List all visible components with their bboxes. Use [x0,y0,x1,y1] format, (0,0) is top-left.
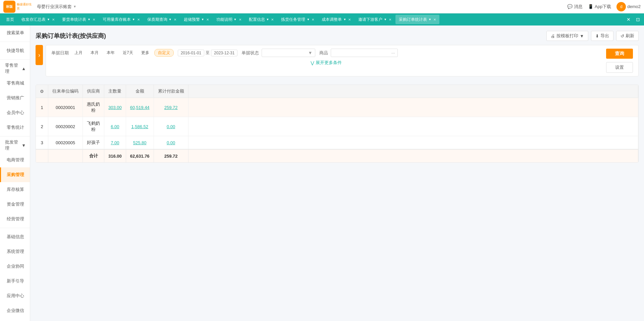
sidebar-item-wholesale[interactable]: 批发管理 ▼ [0,138,30,153]
user-profile[interactable]: d demo2 [616,2,641,11]
sidebar-item-app-center[interactable]: 应用中心 [0,288,30,303]
table-row: 2 00020002 飞鹤奶粉 6.00 1,586.52 0.00 [36,117,638,136]
close-all-tabs-button[interactable]: ✕ [625,16,632,23]
tab-overstock-warning[interactable]: 超储预警 ▼ ✕ [180,15,212,24]
refresh-button[interactable]: ↺ 刷新 [616,31,639,41]
tab-invite-downstream[interactable]: 邀请下游客户 ▼ ✕ [355,15,395,24]
tab-close-icon[interactable]: ✕ [239,18,241,21]
tab-label: 收发存汇总表 [21,17,46,22]
sidebar-item-enterprise[interactable]: 企业协同 [0,259,30,274]
message-button[interactable]: 💬 消息 [567,4,583,10]
refresh-label: 刷新 [626,33,634,39]
maximize-button[interactable]: ⊡ [635,16,641,23]
sidebar-item-enterprise-wechat[interactable]: 企业微信 [0,303,30,318]
col-code: 往来单位编码 [48,85,83,98]
sidebar-item-retail-stats[interactable]: 零售统计 [0,120,30,135]
tab-close-icon[interactable]: ✕ [433,18,436,21]
tab-home-label: 首页 [6,17,14,22]
footer-paid: 259.72 [154,149,188,162]
row-amount[interactable]: 525.80 [126,136,154,150]
row-paid[interactable]: 0.00 [154,117,188,136]
tab-close-icon[interactable]: ✕ [137,18,140,21]
collapse-panel-button[interactable]: › [36,45,43,65]
sidebar-item-retail-mall[interactable]: 零售商城 [0,76,30,91]
sidebar-item-basic-info[interactable]: 基础信息 [0,229,30,244]
row-no: 1 [36,98,48,117]
tab-purchase-summary[interactable]: 采购订单统计表 ▼ ✕ [395,15,439,24]
content-area: 采购订单统计表(按供应商) 🖨 按模板打印 ▼ ⬇ 导出 ↺ 刷新 [30,25,644,321]
expand-more-button[interactable]: ⋁ 展开更多条件 [51,60,601,66]
row-quantity[interactable]: 303.00 [104,98,126,117]
tab-close-icon[interactable]: ✕ [389,18,391,21]
logo-area: 标版 畅捷通好生意 [3,1,34,13]
tab-function-desc[interactable]: 功能说明 ▼ ✕ [213,15,245,24]
shortcut-this-month[interactable]: 本月 [88,49,102,57]
tab-pick-task[interactable]: 拣货任务管理 ▼ ✕ [278,15,318,24]
tab-close-icon[interactable]: ✕ [271,18,274,21]
date-filter-group: 单据日期 上月 本月 本年 近7天 更多 自定义 [51,49,174,57]
tab-receive-summary[interactable]: 收发存汇总表 ▼ ✕ [18,15,58,24]
tab-close-icon[interactable]: ✕ [348,18,351,21]
app-download-button[interactable]: 📱 App下载 [588,4,611,10]
tab-label: 采购订单统计表 [399,17,427,22]
shortcut-7days[interactable]: 近7天 [120,49,136,57]
sidebar-item-new-guide[interactable]: 新手引导 [0,274,30,288]
sidebar-item-system[interactable]: 系统管理 [0,244,30,259]
sidebar-item-inventory[interactable]: 库存核算 [0,182,30,197]
row-no: 2 [36,117,48,136]
shortcut-more[interactable]: 更多 [138,49,152,57]
sidebar-item-retail[interactable]: 零售管理 ▲ [0,61,30,76]
row-paid[interactable]: 0.00 [154,136,188,150]
row-supplier: 惠氏奶粉 [83,98,104,117]
sidebar-divider [0,136,30,137]
sidebar-item-purchase[interactable]: 采购管理 [0,167,30,182]
expand-icon: ⋁ [311,60,314,65]
sidebar-item-marketing[interactable]: 营销推广 [0,91,30,105]
row-code: 00020002 [48,117,83,136]
row-quantity[interactable]: 7.00 [104,136,126,150]
sidebar-item-label: 库存核算 [7,186,24,193]
row-paid[interactable]: 259.72 [154,98,188,117]
shortcut-this-year[interactable]: 本年 [104,49,118,57]
sidebar-item-operations[interactable]: 经营管理 [0,212,30,226]
shortcut-custom[interactable]: 自定义 [154,49,174,57]
settings-button[interactable]: 设置 [606,62,633,73]
main-layout: 搜索菜单 快捷导航 零售管理 ▲ 零售商城 营销推广 会员中心 零售统计 批发管… [0,25,644,321]
tab-close-icon[interactable]: ✕ [312,18,314,21]
page-actions: 🖨 按模板打印 ▼ ⬇ 导出 ↺ 刷新 [546,31,639,41]
tab-label: 配置信息 [249,17,265,22]
message-label: 消息 [574,4,583,10]
template-print-button[interactable]: 🖨 按模板打印 ▼ [546,31,588,41]
sidebar-item-member[interactable]: 会员中心 [0,105,30,120]
tab-available-stock[interactable]: 可用量库存账本 ▼ ✕ [99,15,143,24]
tab-close-icon[interactable]: ✕ [93,18,95,21]
tab-cost-adjust[interactable]: 成本调整单 ▼ ✕ [318,15,354,24]
tab-order-summary[interactable]: 要货单统计表 ▼ ✕ [59,15,99,24]
tab-home[interactable]: 首页 [3,15,17,24]
query-button[interactable]: 查询 [606,49,633,59]
tab-expiry-query[interactable]: 保质期查询 ▼ ✕ [144,15,180,24]
goods-input[interactable]: ··· [331,49,398,57]
row-amount[interactable]: 60,519.44 [126,98,154,117]
sidebar-item-search[interactable]: 搜索菜单 [0,25,30,40]
shortcut-last-month[interactable]: 上月 [71,49,86,57]
footer-no [36,149,48,162]
sidebar-item-ecommerce[interactable]: 电商管理 [0,153,30,167]
tab-close-icon[interactable]: ✕ [174,18,176,21]
page-title: 采购订单统计表(按供应商) [36,32,106,40]
sidebar-item-vip[interactable]: 畅会员 [0,318,30,321]
tab-close-icon[interactable]: ✕ [52,18,55,21]
filter-right: 查询 设置 [606,49,633,73]
tab-config-info[interactable]: 配置信息 ▼ ✕ [246,15,277,24]
tab-close-icon[interactable]: ✕ [206,18,209,21]
sidebar-item-finance[interactable]: 资金管理 [0,197,30,212]
export-button[interactable]: ⬇ 导出 [591,31,613,41]
row-quantity[interactable]: 6.00 [104,117,126,136]
row-amount[interactable]: 1,586.52 [126,117,154,136]
status-select[interactable]: ▼ [262,49,315,57]
sidebar-item-quick-nav[interactable]: 快捷导航 [0,43,30,58]
export-icon: ⬇ [595,34,599,39]
workspace-selector[interactable]: 母婴行业演示账套 ▼ [37,4,78,10]
table-settings-column[interactable]: ⚙ [36,85,48,98]
filter-panel: 单据日期 上月 本月 本年 近7天 更多 自定义 [46,45,639,76]
